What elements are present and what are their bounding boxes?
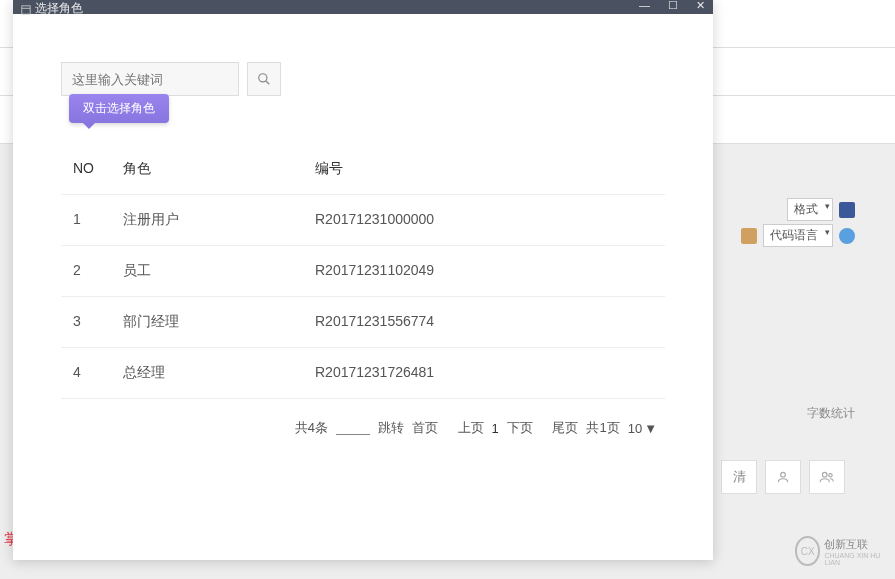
close-button[interactable]: ✕: [696, 0, 705, 10]
cell-no: 1: [73, 211, 123, 229]
search-row: 双击选择角色: [61, 62, 665, 96]
logo-icon: CX: [795, 536, 820, 566]
table-row[interactable]: 3部门经理R20171231556774: [61, 297, 665, 348]
search-icon: [257, 72, 271, 86]
last-page-link[interactable]: 尾页: [552, 419, 578, 437]
table-row[interactable]: 2员工R20171231102049: [61, 246, 665, 297]
col-header-no: NO: [73, 160, 123, 178]
col-header-code: 编号: [315, 160, 653, 178]
pagination: 共4条 跳转 首页 上页 1 下页 尾页 共1页 10 ▼: [61, 419, 665, 437]
role-select-dialog: 选择角色 — ☐ ✕ 双击选择角色 NO 角色 编号 1注册用户R2017123…: [13, 0, 713, 560]
fullscreen-icon[interactable]: [839, 202, 855, 218]
page-jump-input[interactable]: [336, 421, 370, 435]
cell-role: 总经理: [123, 364, 315, 382]
cell-role: 部门经理: [123, 313, 315, 331]
globe-icon[interactable]: [839, 228, 855, 244]
user-button[interactable]: [765, 460, 801, 494]
search-button[interactable]: [247, 62, 281, 96]
dialog-titlebar: 选择角色 — ☐ ✕: [13, 0, 713, 14]
table-row[interactable]: 4总经理R20171231726481: [61, 348, 665, 399]
total-count: 共4条: [295, 419, 328, 437]
window-icon: [21, 4, 31, 14]
search-input[interactable]: [61, 62, 239, 96]
dialog-body: 双击选择角色 NO 角色 编号 1注册用户R201712310000002员工R…: [13, 14, 713, 457]
current-page: 1: [492, 421, 499, 436]
col-header-role: 角色: [123, 160, 315, 178]
cell-no: 3: [73, 313, 123, 331]
svg-point-2: [829, 474, 832, 477]
svg-point-5: [259, 74, 267, 82]
jump-link[interactable]: 跳转: [378, 419, 404, 437]
cell-no: 2: [73, 262, 123, 280]
cell-code: R20171231726481: [315, 364, 653, 382]
chevron-down-icon: ▼: [644, 421, 657, 436]
table-row[interactable]: 1注册用户R20171231000000: [61, 195, 665, 246]
page-size-select[interactable]: 10 ▼: [628, 421, 657, 436]
svg-point-1: [822, 472, 827, 477]
first-page-link[interactable]: 首页: [412, 419, 438, 437]
cell-role: 注册用户: [123, 211, 315, 229]
format-dropdown[interactable]: 格式: [787, 198, 833, 221]
editor-toolbar-2: 代码语言: [741, 224, 855, 247]
logo-stamp: CX 创新互联 CHUANG XIN HU LIAN: [795, 533, 885, 569]
users-button[interactable]: [809, 460, 845, 494]
inline-icon[interactable]: [741, 228, 757, 244]
table-header: NO 角色 编号: [61, 144, 665, 195]
code-lang-dropdown[interactable]: 代码语言: [763, 224, 833, 247]
svg-point-0: [781, 472, 786, 477]
dialog-title: 选择角色: [35, 0, 83, 17]
next-page-link[interactable]: 下页: [507, 419, 533, 437]
cell-code: R20171231102049: [315, 262, 653, 280]
cell-code: R20171231556774: [315, 313, 653, 331]
minimize-button[interactable]: —: [639, 0, 650, 10]
cell-role: 员工: [123, 262, 315, 280]
total-pages: 共1页: [586, 419, 619, 437]
tooltip-hint: 双击选择角色: [69, 94, 169, 123]
prev-page-link[interactable]: 上页: [458, 419, 484, 437]
clear-button[interactable]: 清: [721, 460, 757, 494]
bg-action-buttons: 清: [721, 460, 845, 494]
svg-line-6: [266, 81, 270, 85]
editor-toolbar-1: 格式: [787, 198, 855, 221]
role-table: NO 角色 编号 1注册用户R201712310000002员工R2017123…: [61, 144, 665, 399]
cell-code: R20171231000000: [315, 211, 653, 229]
maximize-button[interactable]: ☐: [668, 0, 678, 10]
cell-no: 4: [73, 364, 123, 382]
word-count-link[interactable]: 字数统计: [807, 405, 855, 422]
svg-rect-3: [22, 5, 30, 13]
